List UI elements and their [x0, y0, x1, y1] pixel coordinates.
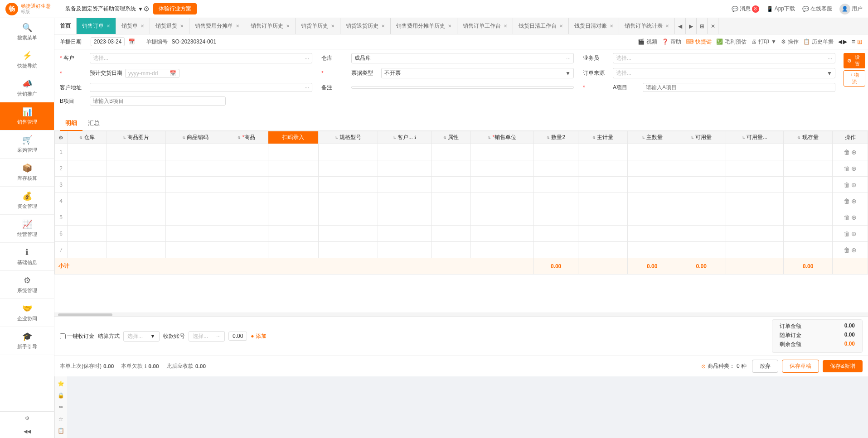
row-1-customer-code[interactable]: [378, 144, 431, 160]
right-panel-icon-3[interactable]: ✏: [56, 402, 67, 413]
tab-close-receipt-history[interactable]: ✕: [331, 24, 335, 29]
sidebar-item-marketing[interactable]: 📣 营销推广: [0, 74, 54, 102]
row-3-spec[interactable]: [319, 177, 378, 193]
row-7-qty2[interactable]: [533, 242, 578, 258]
sidebar-item-management[interactable]: 📈 经营管理: [0, 215, 54, 243]
row-4-main-qty[interactable]: [627, 193, 677, 209]
staff-more-icon[interactable]: ···: [828, 55, 832, 62]
th-current-stock[interactable]: ⇅ 现存量: [783, 131, 833, 144]
row-6-product[interactable]: [225, 226, 268, 242]
row-5-main-qty[interactable]: [627, 209, 677, 226]
row-4-unit[interactable]: [470, 193, 533, 209]
row-2-unit[interactable]: [470, 160, 533, 177]
sidebar-item-basic-info[interactable]: ℹ 基础信息: [0, 243, 54, 271]
th-main-qty[interactable]: ⇅ 主数量: [627, 131, 677, 144]
project-b-input[interactable]: [90, 96, 226, 106]
tab-summary[interactable]: 汇总: [82, 117, 105, 131]
online-service[interactable]: 💬 在线客服: [802, 5, 832, 13]
tab-close-fee-split[interactable]: ✕: [236, 24, 239, 29]
sidebar-item-cooperation[interactable]: 🤝 企业协同: [0, 299, 54, 327]
prev-page-icon[interactable]: ◀: [838, 39, 842, 45]
warehouse-input[interactable]: 成品库 ···: [351, 53, 574, 63]
message-area[interactable]: 💬 消息 8: [732, 5, 759, 13]
row-2-customer-code[interactable]: [378, 160, 431, 177]
tab-close-daily-clear[interactable]: ✕: [559, 24, 563, 29]
row-5-product[interactable]: [225, 209, 268, 226]
row-3-main-qty[interactable]: [627, 177, 677, 193]
sidebar-collapse-btn[interactable]: ◀◀: [0, 425, 54, 438]
row-6-customer-code[interactable]: [378, 226, 431, 242]
settings-gear-icon[interactable]: ⚙: [143, 5, 150, 13]
add-logistics-btn[interactable]: + 物流: [844, 70, 865, 87]
th-qty2[interactable]: ⇅ 数量2: [533, 131, 578, 144]
history-btn[interactable]: 📋 历史单据: [803, 38, 834, 46]
row-5-delete-btn[interactable]: 🗑: [844, 214, 850, 221]
right-panel-icon-5[interactable]: 📋: [56, 425, 67, 436]
view-btn[interactable]: 🎬 视频: [638, 38, 657, 46]
row-5-copy-btn[interactable]: ⊕: [851, 214, 857, 221]
row-3-warehouse[interactable]: [68, 177, 107, 193]
calendar-icon[interactable]: 📅: [128, 39, 135, 45]
th-warehouse[interactable]: ⇅ 仓库: [68, 131, 107, 144]
staff-input[interactable]: 选择... ···: [613, 53, 835, 63]
row-5-unit[interactable]: [470, 209, 533, 226]
row-7-delete-btn[interactable]: 🗑: [844, 246, 850, 254]
row-1-unit[interactable]: [470, 144, 533, 160]
row-6-warehouse[interactable]: [68, 226, 107, 242]
right-panel-icon-2[interactable]: 🔒: [56, 390, 67, 401]
user-avatar[interactable]: 👤 用户: [839, 4, 863, 14]
tab-sales-order[interactable]: 销售订单 ✕: [77, 18, 116, 34]
tab-receipt-history[interactable]: 销货单历史 ✕: [296, 18, 340, 34]
tab-nav-close-all[interactable]: ✕: [708, 18, 718, 34]
row-1-qty2[interactable]: [533, 144, 578, 160]
delivery-calendar-icon[interactable]: 📅: [170, 70, 176, 77]
row-6-delete-btn[interactable]: 🗑: [844, 230, 850, 237]
row-5-spec[interactable]: [319, 209, 378, 226]
profit-btn[interactable]: 💹 毛利预估: [716, 38, 747, 46]
sidebar-settings-btn[interactable]: ⚙: [0, 412, 54, 425]
right-panel-icon-1[interactable]: ⭐: [56, 378, 67, 389]
th-product-image[interactable]: ⇅ 商品图片: [107, 131, 165, 144]
tab-nav-left[interactable]: ◀: [675, 18, 686, 34]
row-7-unit[interactable]: [470, 242, 533, 258]
row-2-warehouse[interactable]: [68, 160, 107, 177]
delivery-input[interactable]: yyyy-mm-dd 📅: [125, 69, 179, 78]
row-6-copy-btn[interactable]: ⊕: [851, 230, 857, 237]
order-source-select[interactable]: 选择... ▼: [613, 68, 835, 78]
row-1-spec[interactable]: [319, 144, 378, 160]
sidebar-item-system[interactable]: ⚙ 系统管理: [0, 271, 54, 299]
row-3-copy-btn[interactable]: ⊕: [851, 181, 857, 188]
th-spec[interactable]: ⇅ 规格型号: [319, 131, 378, 144]
tab-return-history[interactable]: 销货退货历史 ✕: [340, 18, 391, 34]
system-selector[interactable]: 装备及固定资产辅助管理系统 ▼: [65, 5, 143, 13]
row-1-product[interactable]: [225, 144, 268, 160]
tab-close-order-workbench[interactable]: ✕: [504, 24, 507, 29]
save-new-button[interactable]: 保存&新增: [823, 360, 863, 372]
settle-method-select[interactable]: 选择... ▼: [123, 331, 160, 342]
tab-order-workbench[interactable]: 销售订单工作台 ✕: [457, 18, 513, 34]
tab-detail[interactable]: 明细: [60, 117, 82, 131]
row-2-qty2[interactable]: [533, 160, 578, 177]
address-more-icon[interactable]: ···: [305, 84, 309, 91]
more-dots-icon[interactable]: ···: [305, 55, 309, 62]
row-1-code[interactable]: [166, 144, 225, 160]
tab-order-history[interactable]: 销售订单历史 ✕: [245, 18, 296, 34]
row-3-customer-code[interactable]: [378, 177, 431, 193]
row-4-product[interactable]: [225, 193, 268, 209]
tab-fee-split[interactable]: 销售费用分摊单 ✕: [189, 18, 245, 34]
help-btn[interactable]: ❓ 帮助: [662, 38, 681, 46]
row-7-spec[interactable]: [319, 242, 378, 258]
remark-input[interactable]: [351, 86, 574, 89]
row-6-spec[interactable]: [319, 226, 378, 242]
tab-fee-split-history[interactable]: 销售费用分摊单历史 ✕: [391, 18, 457, 34]
print-btn[interactable]: 🖨 打印 ▼: [751, 38, 776, 46]
sidebar-item-sales[interactable]: 📊 销售管理: [0, 102, 54, 130]
customer-input[interactable]: 选择... ···: [90, 53, 312, 63]
tab-close-stats[interactable]: ✕: [665, 24, 669, 29]
grid-view-icon[interactable]: ⊞: [857, 38, 863, 45]
row-3-delete-btn[interactable]: 🗑: [844, 181, 850, 188]
row-3-attr[interactable]: [432, 177, 471, 193]
tab-daily-clear[interactable]: 钱货日清工作台 ✕: [513, 18, 569, 34]
amount-value[interactable]: 0.00: [228, 332, 247, 341]
sidebar-item-search[interactable]: 🔍 搜索菜单: [0, 18, 54, 46]
